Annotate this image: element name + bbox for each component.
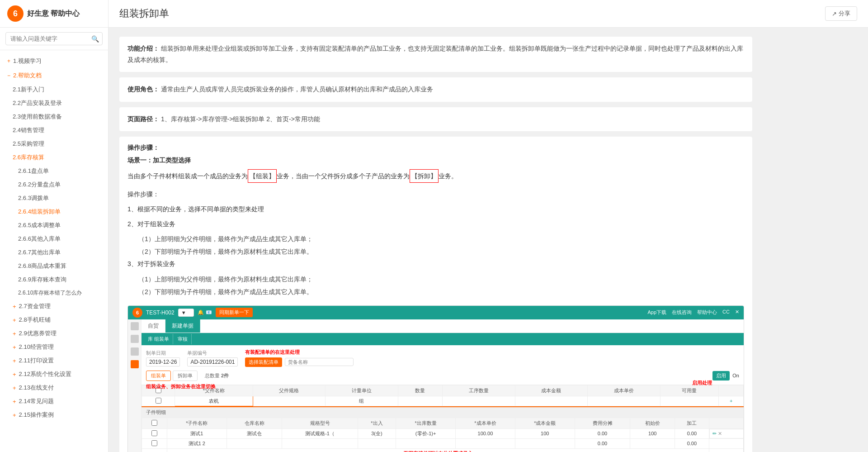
mock-close-btn[interactable]: ✕ (735, 309, 739, 316)
search-box: 🔍 (0, 28, 108, 50)
mock-rail-icon-active (131, 360, 139, 368)
mock-lth-spec: 规格型号 (282, 418, 358, 428)
mock-goods-name-input[interactable] (285, 358, 354, 366)
scene1-title: 场景一：加工类型选择 (127, 157, 744, 165)
mock-tab-new[interactable]: 新建单据 (165, 319, 200, 333)
mock-th-available: 可用量 (660, 385, 719, 396)
mock-upper-table: *父件名称 父件规格 计量单位 数量 工序数量 成本金额 成本单价 可用量 (142, 385, 744, 406)
sidebar-item-install[interactable]: 2.2产品安装及登录 (0, 96, 108, 110)
sidebar-item-label: 2.13在线支付 (19, 384, 54, 392)
mock-sub-section-label: 子件明细 (146, 409, 166, 416)
sidebar-item-coupon[interactable]: + 2.9优惠券管理 (0, 327, 108, 340)
sidebar-item-stock-check[interactable]: 2.6.9库存账本查询 (0, 273, 108, 286)
sidebar-item-assembly[interactable]: 2.6.4组装拆卸单 (0, 205, 108, 219)
sidebar-item-custom[interactable]: + 2.12系统个性化设置 (0, 367, 108, 381)
sidebar-item-mobile[interactable]: + 2.8手机旺铺 (0, 313, 108, 327)
path-label: 页面路径： (127, 115, 159, 123)
sidebar-item-label: 2.6.8商品成本重算 (18, 262, 66, 270)
sidebar-item-label: 2.4销售管理 (13, 126, 44, 134)
mock-enable-btn[interactable]: 启用 (712, 371, 730, 381)
mock-type-tab-disassembly[interactable]: 拆卸单 (173, 371, 198, 381)
mock-row-check[interactable] (156, 398, 161, 404)
expand-icon: + (13, 412, 16, 419)
expand-icon: + (13, 317, 16, 324)
mock-lth-expense: 费用分摊 (575, 418, 630, 428)
sidebar-item-cost-recalc[interactable]: 2.6.8商品成本重算 (0, 259, 108, 273)
sidebar-item-inventory[interactable]: 2.6库存核算 (0, 151, 108, 164)
mock-lth-cost-price: *成本单价 (456, 418, 515, 428)
mock-store-selector[interactable]: ▼ (178, 309, 194, 317)
mock-toolbar-btn-audit[interactable]: 审核 (174, 334, 192, 344)
sidebar-item-help-doc[interactable]: − 2.帮助文档 (0, 68, 108, 83)
mock-sub-section-header: 子件明细 (142, 406, 744, 418)
assembly-term: 【组装】 (248, 169, 277, 183)
brand-name: 好生意 帮助中心 (27, 9, 80, 19)
sidebar-item-label: 2.6.6其他入库单 (18, 235, 61, 243)
mock-upper-table-container: *父件名称 父件规格 计量单位 数量 工序数量 成本金额 成本单价 可用量 (142, 385, 744, 406)
page-title: 组装拆卸单 (119, 7, 169, 20)
sidebar-item-online-pay[interactable]: + 2.13在线支付 (0, 381, 108, 395)
sidebar-item-cases[interactable]: + 2.15操作案例 (0, 408, 108, 422)
operations-section: 操作步骤： 场景一：加工类型选择 当由多个子件材料组装成一个成品的业务为【组装】… (119, 137, 752, 452)
step2-2: （2）下部明细为子件明细，最终作为原材料生成其它出库单。 (127, 245, 744, 258)
sidebar-item-transfer[interactable]: 2.6.3调拨单 (0, 191, 108, 205)
sidebar-item-newcomer[interactable]: 2.1新手入门 (0, 83, 108, 96)
sidebar-item-label: 2.6.4组装拆卸单 (18, 208, 61, 216)
sidebar-item-label: 2.6.5成本调整单 (18, 221, 61, 229)
sidebar-item-cash[interactable]: + 2.7资金管理 (0, 300, 108, 313)
sidebar-item-partial-stocktake[interactable]: 2.6.2分量盘点单 (0, 178, 108, 191)
sidebar-item-label: 2.6.7其他出库单 (18, 248, 61, 257)
search-input[interactable] (5, 32, 103, 45)
share-button[interactable]: ↗ 分享 (825, 6, 857, 21)
mock-num-value[interactable]: AD-20191226-001 (187, 357, 238, 366)
sidebar-item-purchase[interactable]: 2.5采购管理 (0, 137, 108, 151)
expand-icon: + (7, 58, 10, 64)
mock-new-btn[interactable]: 同期新单一下 (216, 308, 253, 317)
share-label: 分享 (839, 10, 850, 18)
mock-lower-row-check[interactable] (151, 430, 157, 436)
mock-th-process-qty: 工序数量 (443, 385, 515, 396)
mock-app-id: TEST-H002 (146, 309, 175, 316)
mock-row-edit-icon[interactable]: ✏ (712, 431, 717, 437)
mock-tab-zim[interactable]: 自贸 (142, 319, 165, 333)
sidebar-item-inbound-other[interactable]: 2.6.6其他入库单 (0, 232, 108, 246)
mock-th-parent-spec: 父件规格 (253, 385, 325, 396)
mock-lth-warehouse: 仓库名称 (226, 418, 282, 428)
mock-qty-info: 总数量 2件 (205, 372, 229, 379)
sidebar-item-print[interactable]: + 2.11打印设置 (0, 354, 108, 367)
mock-lower-select-all[interactable] (151, 420, 157, 426)
mock-num-label: 单据编号 (187, 350, 207, 356)
logo-icon: 6 (7, 5, 24, 22)
sidebar-item-faq[interactable]: + 2.14常见问题 (0, 395, 108, 408)
mock-lth-ops (709, 418, 743, 428)
step3-1: （1）上部明细为父件明细，最终作为原材料生成其它出库单； (127, 273, 744, 285)
step2: 2、对于组装业务 (127, 218, 744, 230)
feature-intro-block: 功能介绍： 组装拆卸单用来处理企业组装或拆卸等加工业务，支持有固定装配清单的产品… (119, 37, 752, 72)
sidebar-item-stock-error[interactable]: 2.6.10库存账本错了怎么办 (0, 286, 108, 300)
mock-lower-row-check2[interactable] (151, 440, 157, 446)
mock-lower-table: *子件名称 仓库名称 规格型号 *出入 *出库数量 *成本单价 *成本金额 费用… (142, 418, 744, 452)
mock-main-panel: 自贸 新建单据 库 组装单 审核 (142, 319, 744, 452)
step2-1: （1）上部明细为父件明细，最终作为产成品生成其它入库单； (127, 233, 744, 245)
sidebar-item-sales[interactable]: 2.4销售管理 (0, 124, 108, 137)
sidebar-item-operation[interactable]: + 2.10经营管理 (0, 340, 108, 354)
disassembly-term: 【拆卸】 (410, 169, 439, 183)
mock-type-tab-assembly[interactable]: 组装单 (146, 371, 171, 381)
sidebar-item-video[interactable]: + 1.视频学习 (0, 54, 108, 68)
mock-form-header: 制单日期 2019-12-26 单据编号 AD-20191226-001 有装配… (142, 345, 744, 385)
mock-select-bom-btn[interactable]: 选择装配清单 (245, 357, 282, 367)
mock-num-field: 单据编号 AD-20191226-001 (187, 349, 238, 366)
search-icon: 🔍 (91, 35, 99, 43)
expand-icon: + (13, 357, 16, 364)
mock-warehouse-row: 选择装配清单 (245, 357, 739, 367)
sidebar-item-outbound-other[interactable]: 2.6.7其他出库单 (0, 246, 108, 259)
sidebar-item-cost-adjust[interactable]: 2.6.5成本调整单 (0, 219, 108, 232)
sidebar-item-data-prep[interactable]: 2.3使用前数据准备 (0, 110, 108, 124)
mock-row-delete-icon[interactable]: ✕ (718, 431, 722, 437)
mock-date-value[interactable]: 2019-12-26 (146, 357, 180, 366)
mock-th-unit: 计量单位 (326, 385, 398, 396)
mock-rail-icon (131, 322, 139, 330)
expand-icon: + (13, 303, 16, 310)
mock-toolbar-btn-save[interactable]: 库 组装单 (144, 334, 173, 344)
sidebar-item-stocktake[interactable]: 2.6.1盘点单 (0, 164, 108, 178)
